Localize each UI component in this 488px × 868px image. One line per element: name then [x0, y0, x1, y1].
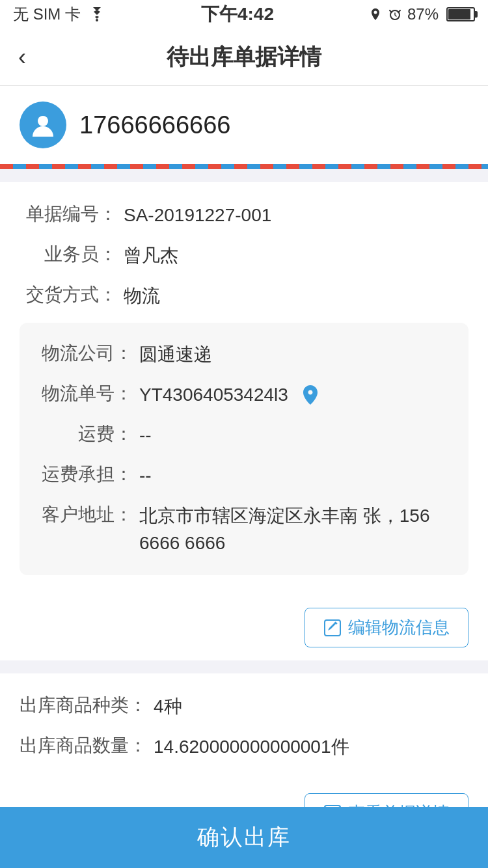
status-time: 下午4:42 — [201, 2, 274, 27]
address-label: 客户地址： — [35, 502, 139, 527]
user-icon — [29, 111, 57, 139]
freight-bearer-value: -- — [139, 462, 453, 489]
edit-logistics-button[interactable]: 编辑物流信息 — [305, 608, 468, 647]
edit-logistics-label: 编辑物流信息 — [348, 616, 450, 639]
goods-types-label: 出库商品种类： — [20, 693, 154, 718]
status-bar: 无 SIM 卡 下午4:42 87% — [0, 0, 488, 29]
goods-types-row: 出库商品种类： 4种 — [20, 693, 468, 720]
logistics-company-label: 物流公司： — [35, 341, 139, 366]
staff-label: 业务员： — [20, 242, 124, 267]
avatar — [20, 102, 66, 148]
confirm-button[interactable]: 确认出库 — [0, 822, 488, 852]
status-left: 无 SIM 卡 — [13, 4, 107, 25]
section-divider — [0, 660, 488, 673]
svg-rect-3 — [325, 620, 340, 636]
goods-types-value: 4种 — [154, 693, 468, 720]
goods-section: 出库商品种类： 4种 出库商品数量： 14.620000000000001件 — [0, 673, 488, 780]
status-right: 87% — [368, 5, 475, 23]
address-row: 客户地址： 北京市市辖区海淀区永丰南 张，156 6666 6666 — [35, 502, 453, 557]
edit-logistics-btn-wrap: 编辑物流信息 — [0, 595, 488, 660]
battery-icon — [446, 7, 475, 21]
dashed-divider — [0, 164, 488, 169]
back-button[interactable]: ‹ — [18, 44, 26, 71]
staff-row: 业务员： 曾凡杰 — [20, 242, 468, 269]
goods-quantity-value: 14.620000000000001件 — [154, 733, 468, 761]
carrier-text: 无 SIM 卡 — [13, 4, 81, 25]
location-status-icon — [368, 7, 383, 21]
edit-icon — [323, 619, 342, 637]
logistics-tracking-label: 物流单号： — [35, 381, 139, 406]
tracking-number: YT43064053424l3 — [139, 381, 288, 409]
alarm-icon — [388, 7, 402, 21]
nav-bar: ‹ 待出库单据详情 — [0, 29, 488, 86]
wifi-icon — [87, 7, 107, 21]
freight-row: 运费： -- — [35, 422, 453, 449]
order-no-value: SA-20191227-001 — [124, 202, 468, 229]
customer-header: 17666666666 — [0, 86, 488, 164]
logistics-tracking-value: YT43064053424l3 — [139, 381, 453, 409]
page-title: 待出库单据详情 — [167, 42, 321, 72]
confirm-btn-wrap[interactable]: 确认出库 — [0, 807, 488, 868]
delivery-label: 交货方式： — [20, 282, 124, 307]
goods-quantity-row: 出库商品数量： 14.620000000000001件 — [20, 733, 468, 761]
battery-text: 87% — [407, 5, 439, 23]
track-location-icon[interactable] — [299, 383, 322, 407]
order-no-label: 单据编号： — [20, 202, 124, 226]
freight-label: 运费： — [35, 422, 139, 446]
order-info-section: 单据编号： SA-20191227-001 业务员： 曾凡杰 交货方式： 物流 … — [0, 182, 488, 595]
logistics-tracking-row: 物流单号： YT43064053424l3 — [35, 381, 453, 409]
address-value: 北京市市辖区海淀区永丰南 张，156 6666 6666 — [139, 502, 453, 557]
freight-value: -- — [139, 422, 453, 449]
goods-quantity-label: 出库商品数量： — [20, 733, 154, 758]
logistics-company-value: 圆通速递 — [139, 341, 453, 368]
logistics-card: 物流公司： 圆通速递 物流单号： YT43064053424l3 运费： -- — [20, 323, 468, 575]
customer-phone: 17666666666 — [79, 111, 230, 139]
freight-bearer-row: 运费承担： -- — [35, 462, 453, 489]
order-no-row: 单据编号： SA-20191227-001 — [20, 202, 468, 229]
svg-point-2 — [38, 116, 48, 126]
staff-value: 曾凡杰 — [124, 242, 468, 269]
delivery-value: 物流 — [124, 282, 468, 310]
logistics-company-row: 物流公司： 圆通速递 — [35, 341, 453, 368]
svg-point-0 — [96, 19, 98, 21]
freight-bearer-label: 运费承担： — [35, 462, 139, 487]
delivery-row: 交货方式： 物流 — [20, 282, 468, 310]
